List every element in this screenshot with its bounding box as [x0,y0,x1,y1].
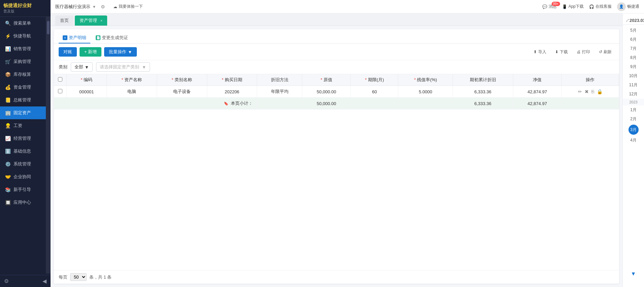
scroll-down-icon[interactable]: ▼ [631,271,636,277]
new-button[interactable]: + 新增 [80,47,101,57]
settings-icon[interactable]: ⚙ [4,278,9,284]
row-checkbox[interactable] [58,89,62,93]
company-settings-icon[interactable]: ⚙ [101,4,105,9]
feedback-label: 我要体验一下 [119,4,143,9]
month-4[interactable]: 4月 [623,136,644,145]
month-3-current[interactable]: 3月 [628,125,639,135]
cell-category: 电子设备 [157,86,207,98]
tab-close-icon[interactable]: × [100,19,102,23]
month-1[interactable]: 1月 [623,105,644,115]
tab-asset-manage-label: 资产管理 [80,18,97,23]
download-icon: ⬇ [555,50,558,54]
sidebar-item-inventory[interactable]: 📦 库存核算 [0,68,51,81]
sidebar-item-fixed-assets[interactable]: 🏢 固定资产 [0,106,51,119]
all-filter-select[interactable]: 全部 ▼ [71,62,93,72]
cell-actions: ✏ ✖ ⎘ 🔒 [561,86,619,98]
copy-icon[interactable]: ⎘ [591,89,594,94]
category-filter-select[interactable]: 请选择固定资产类别 ▼ [96,62,150,72]
select-all-checkbox-cell[interactable] [54,74,67,86]
month-5[interactable]: 5月 [623,26,644,35]
sidebar-item-label: 企业协同 [13,174,31,180]
print-button[interactable]: 🖨 打印 [574,48,593,56]
ledger-icon: 📒 [5,97,11,103]
sidebar-item-payroll[interactable]: 👷 工资 [0,119,51,132]
batch-dropdown-icon: ▼ [128,50,132,55]
sidebar-item-purchase[interactable]: 🛒 采购管理 [0,55,51,68]
online-service-label: 在线客服 [595,4,612,9]
month-list: 5月 6月 7月 8月 9月 10月 11月 12月 2023 1月 2月 3月… [623,25,644,146]
app-download-label: App下载 [569,4,584,9]
import-label: 导入 [538,49,546,55]
user-menu[interactable]: 👤 畅捷通 [617,2,639,11]
tab-home[interactable]: 首页 [55,15,73,26]
sidebar-item-operations[interactable]: 📈 经营管理 [0,132,51,145]
sub-tab-asset-detail[interactable]: ≡ 资产明细 [59,33,90,43]
sidebar: 畅捷通好业财 普及版 🔍 搜索菜单 ⚡ 快捷导航 📊 销售管理 🛒 采购管理 📦… [0,0,51,287]
subtotal-actions [561,98,619,109]
sidebar-item-label: 基础信息 [13,148,31,154]
month-2[interactable]: 2月 [623,115,644,124]
sidebar-item-basic-info[interactable]: ℹ️ 基础信息 [0,145,51,158]
row-checkbox-cell[interactable] [54,86,67,98]
sub-tab-change-voucher-label: 变更生成凭证 [102,35,128,41]
sidebar-item-quick-nav[interactable]: ⚡ 快捷导航 [0,30,51,42]
cell-name: 电脑 [106,86,157,98]
operations-icon: 📈 [5,136,11,141]
month-11[interactable]: 11月 [623,81,644,90]
tab-asset-manage[interactable]: 资产管理 × [75,15,107,26]
import-button[interactable]: ⬆ 导入 [531,48,549,56]
month-8[interactable]: 8月 [623,53,644,62]
new-label: + 新增 [84,49,97,55]
sales-icon: 📊 [5,46,11,52]
refresh-icon: ↺ [599,50,602,54]
download-button[interactable]: ⬇ 下载 [552,48,571,56]
sidebar-item-search[interactable]: 🔍 搜索菜单 [0,17,51,30]
sidebar-item-system[interactable]: ⚙️ 系统管理 [0,158,51,170]
month-12[interactable]: 12月 [623,90,644,99]
messages-badge: 99+ [552,2,560,6]
sidebar-scrollbar-thumb [47,21,50,34]
online-service-btn[interactable]: 🎧 在线客服 [589,4,612,9]
month-9[interactable]: 9月 [623,62,644,71]
import-icon: ⬆ [533,50,537,54]
company-selector[interactable]: 医疗器械行业演示 ▼ [55,4,96,10]
right-panel-expand-icon[interactable]: ⤢ [625,18,630,23]
col-depreciation: 折旧方法 [257,74,302,86]
sidebar-item-sales[interactable]: 📊 销售管理 [0,42,51,55]
refresh-button[interactable]: ↺ 刷新 [596,48,614,56]
delete-icon[interactable]: ✖ [585,89,589,94]
messages-btn[interactable]: 💬 消息 99+ [542,4,557,9]
reconcile-button[interactable]: 对账 [59,47,77,57]
quick-nav-icon: ⚡ [5,33,11,39]
sidebar-item-ledger[interactable]: 📒 总账管理 [0,94,51,106]
col-code: 编码 [67,74,107,86]
total-label: 条，共 1 条 [89,274,112,280]
subtotal-period [351,98,398,109]
sub-tab-asset-detail-label: 资产明细 [69,35,86,41]
toolbar: 对账 + 新增 批量操作 ▼ ⬆ 导入 [54,44,619,60]
sidebar-item-guide[interactable]: 📚 新手引导 [0,183,51,196]
sidebar-item-capital[interactable]: 💰 资金管理 [0,81,51,94]
select-all-checkbox[interactable] [58,77,62,82]
edit-icon[interactable]: ✏ [578,89,582,94]
cell-period: 60 [351,86,398,98]
sub-tab-change-voucher[interactable]: 📄 变更生成凭证 [92,33,132,43]
sidebar-item-app-center[interactable]: 🔲 应用中心 [0,196,51,209]
payroll-icon: 👷 [5,123,11,128]
app-download-btn[interactable]: 📱 App下载 [562,4,584,9]
month-7[interactable]: 7月 [623,44,644,53]
batch-ops-button[interactable]: 批量操作 ▼ [104,47,137,57]
change-voucher-icon: 📄 [96,35,100,40]
collapse-icon[interactable]: ◀ [42,278,47,284]
month-10[interactable]: 10月 [623,71,644,81]
lock-icon[interactable]: 🔒 [597,89,603,94]
sidebar-item-enterprise[interactable]: 🤝 企业协同 [0,170,51,183]
page-size-select[interactable]: 50 [70,273,87,281]
sidebar-item-label: 工资 [13,123,22,129]
refresh-label: 刷新 [604,49,612,55]
month-6[interactable]: 6月 [623,35,644,44]
action-icons: ✏ ✖ ⎘ 🔒 [566,89,615,94]
right-panel: ⤢ 2023.03 ✕ 5月 6月 7月 8月 9月 10月 11月 12月 2… [622,13,644,287]
reconcile-label: 对账 [63,49,72,55]
feedback-btn[interactable]: ☁ 我要体验一下 [113,4,143,9]
